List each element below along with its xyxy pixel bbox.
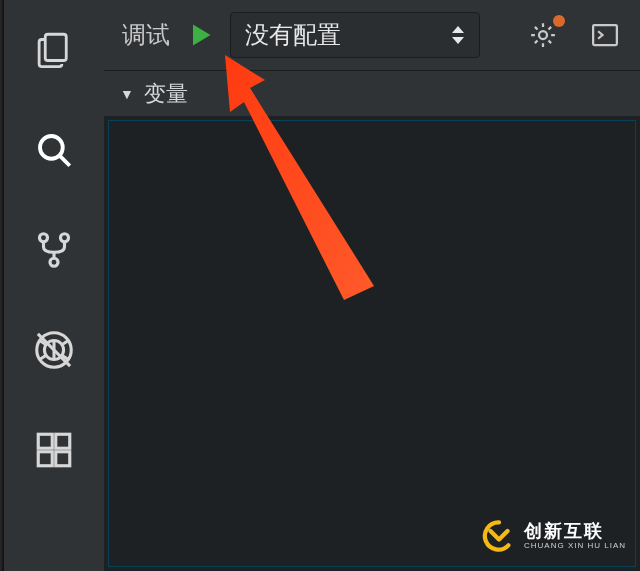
settings-button[interactable] [526,18,560,52]
svg-marker-19 [452,37,464,44]
watermark-en: CHUANG XIN HU LIAN [524,542,626,550]
svg-rect-13 [38,434,52,448]
config-selected-text: 没有配置 [245,19,341,51]
svg-rect-15 [56,452,70,466]
variables-section-header[interactable]: ▼ 变量 [104,70,640,116]
explorer-icon[interactable] [4,0,104,100]
terminal-icon [590,20,620,50]
watermark: 创新互联 CHUANG XIN HU LIAN [482,519,626,553]
svg-line-2 [60,156,70,166]
variables-empty-box [108,120,636,567]
collapse-triangle-icon: ▼ [120,86,134,102]
debug-toolbar: 调试 没有配置 [104,0,640,70]
svg-marker-17 [193,25,211,46]
svg-line-10 [63,340,69,344]
svg-point-20 [539,31,547,39]
extensions-icon[interactable] [4,400,104,500]
svg-point-3 [39,234,47,242]
debug-console-button[interactable] [588,18,622,52]
svg-rect-21 [593,25,617,45]
play-icon [186,21,214,49]
watermark-cn: 创新互联 [524,522,626,540]
source-control-icon[interactable] [4,200,104,300]
svg-point-5 [50,258,58,266]
variables-title: 变量 [144,79,188,109]
svg-rect-0 [45,34,66,60]
start-debug-button[interactable] [182,17,218,53]
debug-label: 调试 [122,19,170,51]
config-selector[interactable]: 没有配置 [230,12,480,58]
svg-point-1 [40,136,63,159]
debug-icon[interactable] [4,300,104,400]
svg-rect-14 [38,452,52,466]
svg-marker-18 [452,26,464,33]
activity-bar [4,0,104,571]
svg-rect-16 [56,434,70,448]
notification-dot-icon [553,15,565,27]
svg-point-4 [60,234,68,242]
search-icon[interactable] [4,100,104,200]
select-chevrons-icon [451,26,465,44]
svg-line-9 [40,356,46,360]
debug-panel [104,116,640,571]
watermark-logo-icon [482,519,516,553]
